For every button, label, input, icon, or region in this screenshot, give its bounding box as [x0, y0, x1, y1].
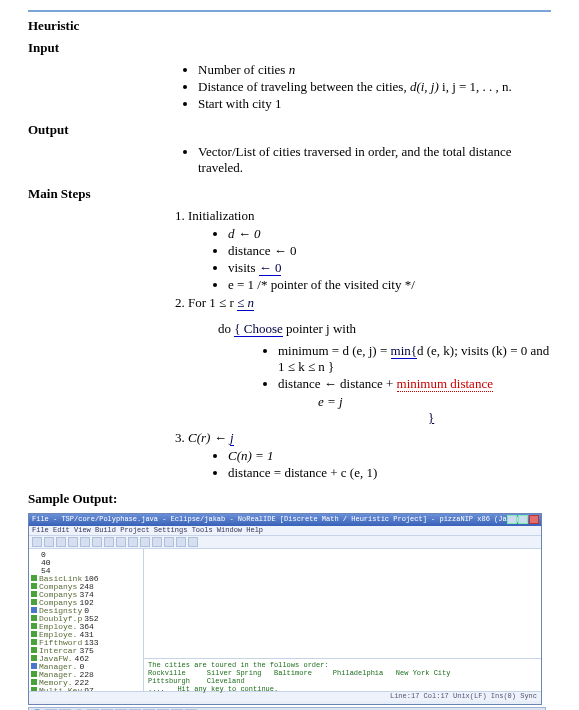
- do-pre: do: [218, 321, 234, 336]
- closing-brace: }: [428, 410, 551, 426]
- tree-node-icon: [31, 663, 37, 669]
- text: i, j = 1, . . , n.: [439, 79, 512, 94]
- close-icon: [529, 515, 539, 524]
- ide-titlebar: File - TSP/core/Polyphase.java - Eclipse…: [29, 514, 541, 526]
- toolbar-icon: [152, 537, 162, 547]
- tree-node-icon: [31, 615, 37, 621]
- tree-node-name: Multi_Key: [39, 687, 82, 691]
- output-item: Vector/List of cities traversed in order…: [198, 144, 551, 176]
- toolbar-icon: [32, 537, 42, 547]
- e-equals-j: e = j: [318, 394, 551, 410]
- tree-node-icon: [31, 559, 37, 565]
- tree-node-icon: [31, 575, 37, 581]
- step-1d: e = 1 /* pointer of the visited city */: [228, 277, 551, 293]
- do-line: do { Choose pointer j with: [218, 321, 551, 337]
- heading-heuristic: Heuristic: [28, 18, 551, 34]
- do-choose: { Choose: [234, 321, 283, 337]
- text: visits: [228, 260, 259, 275]
- tree-node-icon: [31, 679, 37, 685]
- step-2: For 1 ≤ r ≤ n: [188, 295, 551, 311]
- toolbar-icon: [68, 537, 78, 547]
- text: Number of cities: [198, 62, 289, 77]
- step-2-text: For 1 ≤ r: [188, 295, 237, 310]
- output-list: Vector/List of cities traversed in order…: [28, 144, 551, 176]
- toolbar-icon: [176, 537, 186, 547]
- steps-list: Initialization d ← 0 distance ← 0 visits…: [28, 208, 551, 311]
- step-3: C(r) ← j C(n) = 1 distance = distance + …: [188, 430, 551, 481]
- toolbar-icon: [140, 537, 150, 547]
- do-post: pointer j with: [283, 321, 356, 336]
- j-underline: j: [230, 430, 234, 446]
- tree-node-icon: [31, 623, 37, 629]
- toolbar-icon: [92, 537, 102, 547]
- ide-console: The cities are toured in the follows ord…: [144, 658, 541, 691]
- var-n: n: [289, 62, 296, 77]
- toolbar-icon: [80, 537, 90, 547]
- step-1a: d ← 0: [228, 226, 551, 242]
- tree-node-icon: [31, 583, 37, 589]
- window-control-buttons: [507, 515, 539, 524]
- ide-toolbar: [29, 536, 541, 549]
- min-brace: min{: [391, 343, 417, 359]
- tree-node-icon: [31, 607, 37, 613]
- heading-input: Input: [28, 40, 551, 56]
- toolbar-icon: [128, 537, 138, 547]
- heading-output: Output: [28, 122, 551, 138]
- step-2-sub: minimum = d (e, j) = min{d (e, k); visit…: [278, 343, 551, 392]
- input-item-dij: Distance of traveling between the cities…: [198, 79, 551, 95]
- underline-arrow: ← 0: [259, 260, 282, 276]
- text: minimum = d (e, j) =: [278, 343, 391, 358]
- tree-node-icon: [31, 599, 37, 605]
- ide-editor-panel: The cities are toured in the follows ord…: [144, 549, 541, 691]
- tree-node-icon: [31, 631, 37, 637]
- tree-node-value: 97: [84, 687, 94, 691]
- toolbar-icon: [164, 537, 174, 547]
- step-1-title: Initialization: [188, 208, 254, 223]
- toolbar-icon: [116, 537, 126, 547]
- tree-node-icon: [31, 551, 37, 557]
- toolbar-icon: [188, 537, 198, 547]
- toolbar-icon: [44, 537, 54, 547]
- step-1c: visits ← 0: [228, 260, 551, 276]
- heading-main-steps: Main Steps: [28, 186, 551, 202]
- step-3b: distance = distance + c (e, 1): [228, 465, 551, 481]
- ide-tree-panel: 04054BasicLink106Companys248Companys374C…: [29, 549, 144, 691]
- toolbar-icon: [56, 537, 66, 547]
- leq-n: ≤ n: [237, 295, 254, 311]
- ide-menubar: File Edit View Build Project Settings To…: [29, 526, 541, 536]
- tree-node-icon: [31, 647, 37, 653]
- input-item-n: Number of cities n: [198, 62, 551, 78]
- step-1b: distance ← 0: [228, 243, 551, 259]
- tree-row: Multi_Key97: [31, 687, 141, 691]
- tree-node-icon: [31, 655, 37, 661]
- heading-sample-output: Sample Output:: [28, 491, 551, 507]
- spellcheck-underline: minimum distance: [397, 376, 493, 392]
- maximize-icon: [518, 515, 528, 524]
- step-3a: C(n) = 1: [228, 448, 551, 464]
- tree-node-icon: [31, 687, 37, 691]
- toolbar-icon: [104, 537, 114, 547]
- input-item-start: Start with city 1: [198, 96, 551, 112]
- minimize-icon: [507, 515, 517, 524]
- step-2b: distance ← distance + minimum distance: [278, 376, 551, 392]
- ide-screenshot: File - TSP/core/Polyphase.java - Eclipse…: [28, 513, 542, 705]
- ide-statusbar: Line:17 Col:17 Unix(LF) Ins(0) Sync: [29, 691, 541, 701]
- tree-node-icon: [31, 671, 37, 677]
- input-list: Number of cities n Distance of traveling…: [28, 62, 551, 112]
- var-dij: d(i, j): [410, 79, 439, 94]
- text: Distance of traveling between the cities…: [198, 79, 410, 94]
- tree-node-icon: [31, 567, 37, 573]
- step-1: Initialization d ← 0 distance ← 0 visits…: [188, 208, 551, 293]
- step-2a: minimum = d (e, j) = min{d (e, k); visit…: [278, 343, 551, 375]
- steps-list-3: C(r) ← j C(n) = 1 distance = distance + …: [28, 430, 551, 481]
- tree-node-icon: [31, 591, 37, 597]
- text: distance ← distance +: [278, 376, 397, 391]
- text: C(r) ←: [188, 430, 230, 445]
- tree-node-icon: [31, 639, 37, 645]
